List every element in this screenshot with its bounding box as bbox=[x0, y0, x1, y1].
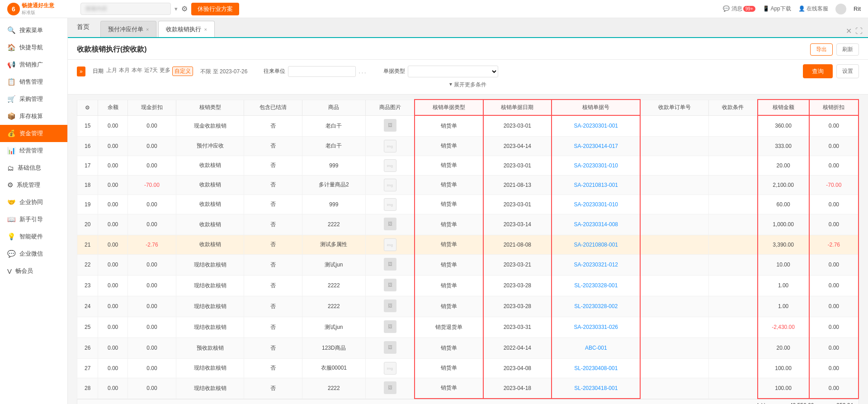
sidebar-item-system[interactable]: ⚙ 系统管理 bbox=[0, 176, 67, 194]
sidebar-item-search[interactable]: 🔍 搜索菜单 bbox=[0, 22, 67, 39]
bill-link[interactable]: SA-20230414-017 bbox=[574, 143, 618, 149]
cell-hexiaojine: 2,100.00 bbox=[758, 175, 809, 195]
bill-link[interactable]: SA-20230301-010 bbox=[574, 162, 618, 169]
cell-hexiaodanbaohao[interactable]: SL-20230408-001 bbox=[552, 358, 640, 378]
user-avatar[interactable] bbox=[835, 4, 846, 14]
cell-hexiaojine: 10.00 bbox=[758, 254, 809, 275]
query-button[interactable]: 查询 bbox=[803, 64, 833, 78]
date-7days[interactable]: 近7天 bbox=[144, 67, 158, 76]
message-area[interactable]: 💬 消息99+ bbox=[723, 5, 755, 13]
settings-icon[interactable]: ⚙ bbox=[181, 5, 188, 13]
bill-link[interactable]: SA-20210813-001 bbox=[574, 182, 618, 188]
sidebar-item-guide[interactable]: 📖 新手引导 bbox=[0, 211, 67, 228]
refresh-button[interactable]: 刷新 bbox=[836, 43, 859, 56]
date-custom[interactable]: 自定义 bbox=[172, 67, 193, 76]
cell-shangpin: 2222 bbox=[302, 378, 365, 399]
cell-hexiaodanbaohao[interactable]: SA-20230331-026 bbox=[552, 317, 640, 337]
cell-shoudantiaojian bbox=[708, 254, 757, 275]
col-settings-header[interactable]: ⚙ bbox=[77, 100, 98, 115]
cell-xianjin: -70.00 bbox=[127, 175, 176, 195]
cell-hexiaotype: 收款核销 bbox=[176, 235, 244, 254]
cell-baohanjiejing: 否 bbox=[244, 275, 302, 296]
sidebar-item-operations[interactable]: 📊 经营管理 bbox=[0, 142, 67, 159]
bill-link[interactable]: SL-20230408-001 bbox=[574, 365, 618, 371]
cell-hexiaojine: 1,000.00 bbox=[758, 214, 809, 235]
cell-hexiaodanbaoriqi: 2023-03-28 bbox=[483, 296, 552, 317]
expand-more-row[interactable]: ▾ 展开更多条件 bbox=[77, 78, 859, 90]
maximize-icon[interactable]: ⛶ bbox=[855, 27, 863, 35]
sidebar-item-inventory[interactable]: 📦 库存核算 bbox=[0, 108, 67, 125]
sidebar-item-wechat[interactable]: 💬 企业微信 bbox=[0, 245, 67, 262]
sidebar-item-enterprise[interactable]: 🤝 企业协同 bbox=[0, 194, 67, 211]
app-download[interactable]: 📱 App下载 bbox=[763, 5, 791, 13]
cell-id: 22 bbox=[77, 254, 98, 275]
bill-link[interactable]: ABC-001 bbox=[585, 345, 607, 351]
date-this-month[interactable]: 本月 bbox=[119, 67, 130, 76]
tab-prepay[interactable]: 预付冲应付单 × bbox=[100, 21, 156, 37]
date-this-year[interactable]: 本年 bbox=[132, 67, 142, 76]
cell-hexiaojine: 1.00 bbox=[758, 296, 809, 317]
cell-xianjin: 0.00 bbox=[127, 378, 176, 399]
sidebar-item-smart[interactable]: 💡 智能硬件 bbox=[0, 228, 67, 245]
cell-hexiaojine: 100.00 bbox=[758, 378, 809, 399]
bill-link[interactable]: SL-20230328-002 bbox=[574, 303, 618, 309]
setting-button[interactable]: 设置 bbox=[836, 64, 859, 78]
bill-link[interactable]: SL-20230418-001 bbox=[574, 385, 618, 391]
cell-hexiaodanbaohao[interactable]: SL-20230418-001 bbox=[552, 378, 640, 399]
cell-hexiaodanbaohao[interactable]: ABC-001 bbox=[552, 337, 640, 358]
tab-prepay-close[interactable]: × bbox=[146, 27, 149, 32]
col-xianjin-header: 现金折扣 bbox=[127, 100, 176, 115]
tab-collection[interactable]: 收款核销执行 × bbox=[158, 21, 214, 37]
sidebar-item-basicinfo[interactable]: 🗂 基础信息 bbox=[0, 159, 67, 176]
date-more[interactable]: 更多 bbox=[160, 67, 170, 76]
sidebar-item-purchase[interactable]: 🛒 采购管理 bbox=[0, 90, 67, 108]
billtype-select[interactable] bbox=[408, 66, 498, 77]
cell-hexiaodanbaohao[interactable]: SA-20230301-010 bbox=[552, 156, 640, 175]
cell-hexiaodanbaohao[interactable]: SA-20230414-017 bbox=[552, 136, 640, 156]
cell-hexiaodanbaohao[interactable]: SA-20230314-008 bbox=[552, 214, 640, 235]
cell-hexiaodanbaoriqi: 2023-04-14 bbox=[483, 136, 552, 156]
online-service[interactable]: 👤 在线客服 bbox=[798, 5, 828, 13]
export-button[interactable]: 导出 bbox=[810, 43, 833, 56]
tab-home[interactable]: 首页 bbox=[68, 18, 99, 37]
bill-link[interactable]: SA-20230321-012 bbox=[574, 261, 618, 268]
tab-home-label: 首页 bbox=[77, 23, 90, 31]
cell-hexiaodanbaohao[interactable]: SA-20210808-001 bbox=[552, 235, 640, 254]
cell-shangpin: 2222 bbox=[302, 214, 365, 235]
industry-btn[interactable]: 休验行业方案 bbox=[191, 3, 239, 15]
cell-hexiaodanbaohao[interactable]: SA-20230301-001 bbox=[552, 115, 640, 136]
col-shangpinpic-header: 商品图片 bbox=[366, 100, 415, 115]
sidebar-item-quicknav[interactable]: 🏠 快捷导航 bbox=[0, 39, 67, 56]
sidebar-item-sales[interactable]: 📋 销售管理 bbox=[0, 73, 67, 90]
bill-link[interactable]: SA-20230301-010 bbox=[574, 201, 618, 208]
cell-shoudansingle bbox=[640, 358, 708, 378]
cell-hexiaodanbaohao[interactable]: SA-20230321-012 bbox=[552, 254, 640, 275]
tab-collection-close[interactable]: × bbox=[204, 27, 207, 32]
cell-hexiaodanbaohao[interactable]: SA-20230301-010 bbox=[552, 195, 640, 214]
sidebar-item-marketing[interactable]: 📢 营销推广 bbox=[0, 56, 67, 73]
filter-expand-button[interactable]: » bbox=[77, 67, 85, 76]
table-row: 15 0.00 0.00 现金收款核销 否 老白干 🖼 销货单 2023-03-… bbox=[77, 115, 859, 136]
cell-baohanjiejing: 否 bbox=[244, 136, 302, 156]
cell-yue: 0.00 bbox=[98, 337, 127, 358]
bill-link[interactable]: SA-20230331-026 bbox=[574, 324, 618, 330]
bill-link[interactable]: SA-20230301-001 bbox=[574, 123, 618, 129]
bill-link[interactable]: SA-20230314-008 bbox=[574, 221, 618, 228]
date-last-month[interactable]: 上月 bbox=[106, 67, 117, 76]
enterprise-icon: 🤝 bbox=[7, 198, 16, 206]
cell-hexiaodanbaohao[interactable]: SA-20210813-001 bbox=[552, 175, 640, 195]
unit-input[interactable] bbox=[288, 66, 356, 77]
cell-hexiaodanbaoriqi: 2023-03-28 bbox=[483, 275, 552, 296]
cell-hexiaodanbaohao[interactable]: SL-20230328-002 bbox=[552, 296, 640, 317]
cell-yue: 0.00 bbox=[98, 296, 127, 317]
dropdown-arrow[interactable]: ▾ bbox=[175, 5, 178, 12]
bill-link[interactable]: SL-20230328-001 bbox=[574, 282, 618, 289]
cell-hexiaodanbaohao[interactable]: SL-20230328-001 bbox=[552, 275, 640, 296]
sidebar-item-finance[interactable]: 💰 资金管理 bbox=[0, 125, 67, 142]
close-window-icon[interactable]: ✕ bbox=[846, 27, 852, 35]
logo-icon: 6 bbox=[7, 3, 20, 15]
bill-link[interactable]: SA-20210808-001 bbox=[574, 242, 618, 248]
cell-hexiaozhekou: -2.76 bbox=[809, 235, 859, 254]
sidebar-item-member[interactable]: V 畅会员 bbox=[0, 262, 67, 280]
cell-hexiaotype: 现金收款核销 bbox=[176, 115, 244, 136]
